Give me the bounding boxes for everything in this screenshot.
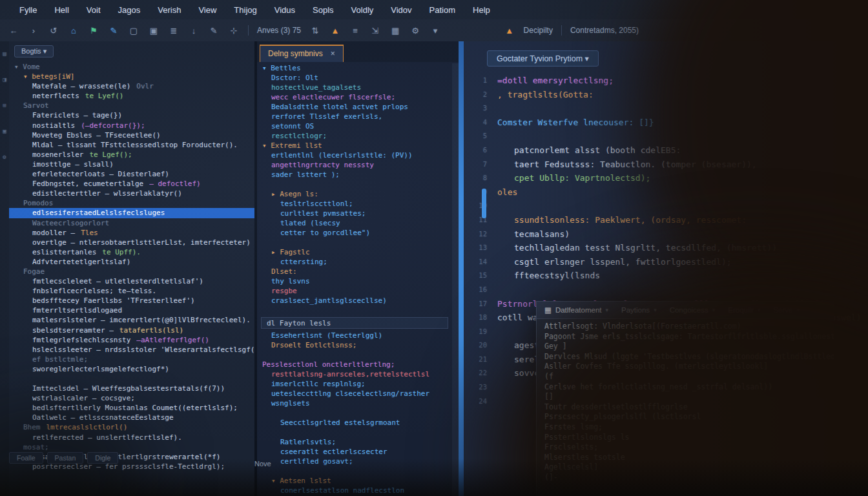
code-line[interactable]: 10 <box>464 199 868 213</box>
menu-item-vidov[interactable]: Vidov <box>391 5 411 15</box>
tree-item[interactable]: Matefale — wrassete(le)Ovlr <box>9 81 254 91</box>
menu-item-view[interactable]: View <box>198 5 216 15</box>
outline-item[interactable]: uetesleccttlng clsecelectlsng/rasther <box>257 389 452 398</box>
outline-item[interactable]: resctlctlogr; <box>257 131 452 141</box>
tree-item[interactable]: matlesrslsteler — imcerertlert(@0]lVlBfr… <box>9 315 254 325</box>
code-line[interactable]: 5 <box>464 129 868 143</box>
tree-item[interactable]: imosttlge — slsall) <box>9 160 254 169</box>
outline-item[interactable]: resttlatlsng-anrsceles,rettelstectlsl <box>257 369 452 379</box>
outline-section-header[interactable]: dl Fayton lesls <box>261 317 448 329</box>
explorer-tab-bogtis[interactable]: Bogtis ▾ <box>14 45 54 57</box>
tree-item[interactable]: ef bstlctmle; <box>9 355 254 364</box>
outline-item[interactable]: cetter to gorcdllee") <box>257 228 452 238</box>
tree-item[interactable]: overtlge — ntlersobtaertlsttlerLlst, imt… <box>9 238 254 247</box>
menu-item-voldly[interactable]: Voldly <box>351 5 374 15</box>
tree-item[interactable]: Pomodos <box>9 198 254 208</box>
code-line[interactable]: 4Comster Wsterfve lnecouser: []} <box>464 116 868 130</box>
menu-item-patiom[interactable]: Patiom <box>429 5 455 15</box>
code-line[interactable]: 14csgtl erlsnger lsspenl, fwttlorlgoestl… <box>464 255 868 269</box>
editor-language-selector[interactable]: Goctater Tyvion Prytiom ▾ <box>487 50 599 67</box>
status-item-digle[interactable]: Digle <box>87 452 118 464</box>
tree-item[interactable]: Fatericlets — tage(}) <box>9 110 254 120</box>
tree-item[interactable]: Adfvtertetetlgerltslaf) <box>9 257 254 267</box>
menu-item-help[interactable]: Help <box>473 5 490 15</box>
tree-item[interactable]: ▾ betegs[iW] <box>9 72 254 81</box>
outline-item[interactable]: ▸ Asegn ls: <box>257 189 452 199</box>
back-icon[interactable]: ← <box>8 26 19 36</box>
outline-item[interactable]: Drsoelt Eotlctlsnss; <box>257 340 452 350</box>
scroll-indicator[interactable] <box>482 189 486 218</box>
outline-item[interactable]: Bedalsdttle tlotel actvet prlops <box>257 102 452 112</box>
outline-item[interactable]: Ratlerlsvtls; <box>257 437 452 447</box>
pencil-icon[interactable]: ✎ <box>208 26 220 36</box>
code-line[interactable]: 12tecmalsans) <box>464 227 868 242</box>
outline-item[interactable]: thy lsvns <box>257 276 452 286</box>
tree-item[interactable]: bedlsftertllerly Moustanlas Coumet((eter… <box>9 403 254 413</box>
outline-item[interactable]: Dlset: <box>257 267 452 276</box>
tree-item[interactable]: Bhemlmtrecaslslctlorl() <box>9 422 254 432</box>
home-icon[interactable]: ⌂ <box>68 26 79 36</box>
tree-item[interactable]: ▾ Vome <box>9 62 254 72</box>
tree-item[interactable]: neterflectste Lyef() <box>9 91 254 101</box>
outline-item[interactable]: wsnglsets <box>257 398 452 408</box>
tree-item[interactable]: modoller —Tles <box>9 228 254 238</box>
outline-item[interactable]: ertlentlnl (lecerlsrlsttle: (PV)) <box>257 150 452 160</box>
outline-item[interactable]: ▾ Aetsen lslst <box>257 476 452 486</box>
tree-item[interactable]: Moveteg Ebsles — TFseceetlee() <box>9 130 254 140</box>
outline-item[interactable]: tlated (lsecsy <box>257 218 452 228</box>
status-item-pastan[interactable]: Pastan <box>47 452 84 464</box>
outline-item[interactable]: certlfled gosavt; <box>257 457 452 466</box>
menu-item-vidus[interactable]: Vidus <box>274 5 295 15</box>
outline-item[interactable]: Essehertlsnt (Teecterlggl) <box>257 331 452 340</box>
code-line[interactable]: 16 <box>464 283 868 297</box>
tree-item[interactable]: bedsfftecey Faerllsbs 'TFresterlleef') <box>9 296 254 305</box>
outline-item[interactable]: angettlngrtracty nesssty <box>257 160 452 170</box>
panel-tab-datlfeatoment[interactable]: ▦ Datlfeatoment ▾ <box>544 305 608 315</box>
tree-item[interactable]: Fedbngstet, ecumetertlalge— defoctlef) <box>9 179 254 189</box>
outline-item[interactable]: cttersting; <box>257 257 452 267</box>
code-line[interactable]: 7taert Fedsutsss: Teabuctlon. (tomper (b… <box>464 158 868 172</box>
crosshair-icon[interactable]: ⊹ <box>228 26 240 36</box>
outline-item[interactable]: sader lsttert ); <box>257 170 452 180</box>
menu-icon[interactable]: ≡ <box>349 26 361 36</box>
deploy-label[interactable]: Decipilty <box>524 26 553 35</box>
outline-item[interactable]: cseeratlt ectlerlscsecter <box>257 447 452 457</box>
tree-item[interactable]: Oatlwelc — etlsscsnateceEeslatsge <box>9 413 254 422</box>
tree-item[interactable]: eferletecterloats — Diesterlaef) <box>9 169 254 179</box>
deploy-flame-icon[interactable]: ▲ <box>504 26 515 36</box>
tree-item[interactable]: mosenerlslerte Lgef(); <box>9 150 254 160</box>
menu-item-fylle[interactable]: Fylle <box>19 5 37 15</box>
code-line[interactable]: 3 <box>464 101 868 116</box>
grid-icon[interactable]: ▦ <box>389 26 401 36</box>
undo-icon[interactable]: ↺ <box>48 26 59 36</box>
flag-icon[interactable]: ⚑ <box>88 26 99 36</box>
layout-icon[interactable]: ▣ <box>3 128 6 134</box>
code-line[interactable]: 6patcnorlemt alsst (booth cdelEB5: <box>464 143 868 158</box>
outline-item[interactable]: hostectlvue_tagalsets <box>257 83 452 92</box>
tree-item[interactable]: fmtlecscleleet — utletlesterdltetlslaf') <box>9 276 254 286</box>
resize-icon[interactable]: ⇲ <box>369 26 381 36</box>
menu-item-verish[interactable]: Verish <box>158 5 181 15</box>
tree-item[interactable]: nostialtls(—defcortar(}); <box>9 121 254 130</box>
outline-item[interactable]: tesltrlsccttlonl; <box>257 199 452 209</box>
outline-item[interactable]: wecc elactlecuwer flscerfsle; <box>257 92 452 102</box>
menu-item-hell[interactable]: Hell <box>54 5 68 15</box>
outline-item[interactable]: Dsctor: Olt <box>257 73 452 83</box>
code-line[interactable]: 2, tragtlslts(Gotta: <box>464 88 868 102</box>
tree-item[interactable]: Wacteecrlsogorlort <box>9 218 254 228</box>
tree-item[interactable]: Imtteclsdel — Wleeffesgbalsestesrtatals(… <box>9 384 254 393</box>
outline-item[interactable]: conerlsestatlson nadflecstlon <box>257 486 452 495</box>
tree-item[interactable]: edistlecterttler — wlsserlaklatyr() <box>9 189 254 198</box>
outline-item[interactable]: ▾ Bettles <box>257 63 452 73</box>
code-line[interactable]: 13techllagledan tesst Nlsgrltt, tecsdllf… <box>464 241 868 255</box>
outline-item[interactable]: ▸ Fagstlc <box>257 247 452 257</box>
panel-divider[interactable] <box>459 41 464 496</box>
outline-item[interactable]: rerforet Tlsslef exerlsls, <box>257 112 452 121</box>
outline-item[interactable]: Seecctlsgrlted estelsgrmoant <box>257 418 452 428</box>
settings-icon[interactable]: ⚙ <box>409 26 421 36</box>
tree-item[interactable]: sworeglerlecterlsmgelefectlogf*) <box>9 364 254 374</box>
code-line[interactable]: 9oles <box>464 185 868 200</box>
forward-icon[interactable]: › <box>28 26 39 36</box>
tree-item[interactable]: fmtlegrlefslechlscsnsty—aAtlefferflgef() <box>9 335 254 345</box>
tree-item[interactable]: Fogae <box>9 267 254 276</box>
